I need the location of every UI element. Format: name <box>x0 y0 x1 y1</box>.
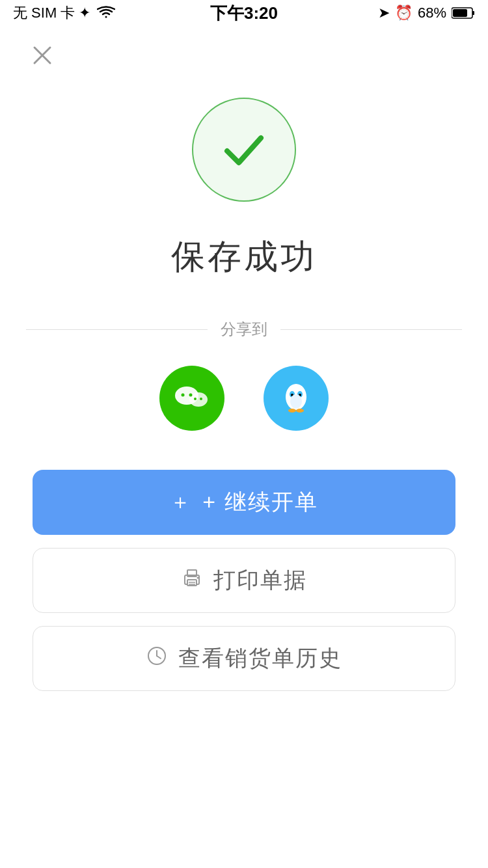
qq-share-button[interactable] <box>264 366 329 431</box>
history-button[interactable]: 查看销货单历史 <box>33 626 455 691</box>
status-bar: 无 SIM 卡 ✦ 下午3:20 ➤ ⏰ 68% <box>0 0 488 26</box>
success-title: 保存成功 <box>171 234 317 280</box>
svg-point-10 <box>200 398 202 400</box>
printer-icon <box>181 567 203 594</box>
qq-icon <box>277 379 316 418</box>
svg-rect-1 <box>472 11 474 15</box>
share-label: 分享到 <box>208 319 280 340</box>
status-left: 无 SIM 卡 ✦ <box>13 3 115 23</box>
svg-rect-2 <box>453 9 467 17</box>
status-time: 下午3:20 <box>210 2 278 25</box>
svg-point-17 <box>288 409 296 413</box>
history-label: 查看销货单历史 <box>178 644 342 673</box>
location-icon: ➤ <box>378 5 390 21</box>
actions: ＋ + 继续开单 打印单据 <box>26 470 462 691</box>
share-divider-row: 分享到 <box>26 319 462 340</box>
close-icon <box>32 45 53 66</box>
share-icons <box>159 366 329 431</box>
wifi-icon <box>97 6 115 20</box>
battery-percentage: 68% <box>418 5 446 21</box>
svg-line-28 <box>157 656 161 658</box>
svg-point-19 <box>290 394 302 409</box>
main-content: 保存成功 分享到 <box>0 72 488 868</box>
continue-label: + 继续开单 <box>202 487 318 517</box>
share-section: 分享到 <box>26 319 462 431</box>
wechat-share-button[interactable] <box>159 366 224 431</box>
success-circle <box>192 98 296 202</box>
svg-point-18 <box>296 409 304 413</box>
share-divider-left <box>26 329 208 330</box>
svg-point-9 <box>194 398 197 400</box>
svg-point-8 <box>189 394 193 397</box>
close-button[interactable] <box>26 39 59 72</box>
svg-point-25 <box>197 577 199 579</box>
print-button[interactable]: 打印单据 <box>33 548 455 613</box>
wechat-icon <box>172 379 211 418</box>
battery-icon <box>452 7 475 20</box>
share-divider-right <box>280 329 462 330</box>
plus-icon: ＋ <box>170 488 192 517</box>
continue-button[interactable]: ＋ + 继续开单 <box>33 470 455 535</box>
svg-point-7 <box>182 394 185 397</box>
print-label: 打印单据 <box>213 565 307 595</box>
alarm-icon: ⏰ <box>395 5 413 21</box>
checkmark-icon <box>218 124 270 176</box>
sim-status: 无 SIM 卡 ✦ <box>13 3 90 23</box>
history-icon <box>146 645 168 672</box>
status-right: ➤ ⏰ 68% <box>378 5 475 21</box>
